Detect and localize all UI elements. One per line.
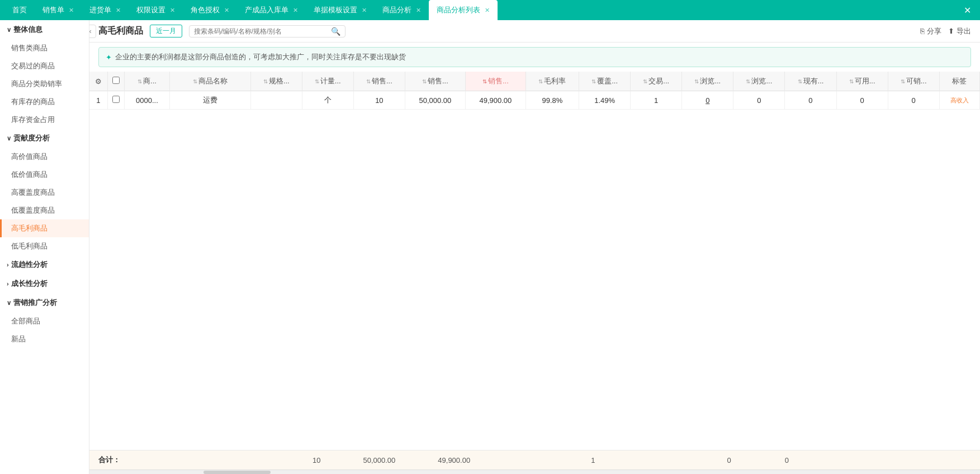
export-icon: ⬆: [948, 27, 954, 35]
sidebar-item-traded-goods[interactable]: 交易过的商品: [0, 57, 89, 75]
sidebar-item-low-coverage[interactable]: 低覆盖度商品: [0, 201, 89, 219]
col-transactions[interactable]: ⇅交易...: [631, 72, 682, 91]
sidebar-item-low-margin[interactable]: 低毛利商品: [0, 237, 89, 255]
footer-sales-qty: 10: [308, 456, 325, 464]
footer-sales-val: 49,900.00: [433, 456, 475, 464]
select-all-checkbox[interactable]: [112, 77, 120, 84]
sidebar: ∨ 整体信息 销售类商品 交易过的商品 商品分类助销率 有库存的商品 库存资金占…: [0, 20, 89, 474]
sidebar-collapse-button[interactable]: «: [89, 25, 96, 38]
nav-product-inbound[interactable]: 产成品入库单 ✕: [237, 0, 306, 20]
search-input[interactable]: [194, 27, 329, 35]
sidebar-section-marketing[interactable]: ∨ 营销推广分析: [0, 293, 89, 312]
cell-tag: 高收入: [939, 91, 979, 110]
col-stock-cur[interactable]: ⇅现有...: [785, 72, 836, 91]
footer-values: 10 50,000.00 49,900.00 1 0 0: [129, 456, 971, 464]
col-sales-qty[interactable]: ⇅销售...: [353, 72, 405, 91]
export-button[interactable]: ⬆ 导出: [948, 26, 971, 36]
sidebar-section-growth[interactable]: › 成长性分析: [0, 274, 89, 293]
sidebar-section-overall[interactable]: ∨ 整体信息: [0, 20, 89, 39]
chevron-right-icon: ›: [7, 261, 9, 268]
col-name[interactable]: ⇅商品名称: [170, 72, 250, 91]
horizontal-scrollbar[interactable]: [89, 470, 980, 474]
col-sales-amount[interactable]: ⇅销售...: [405, 72, 465, 91]
col-views2[interactable]: ⇅浏览...: [733, 72, 785, 91]
main-layout: ∨ 整体信息 销售类商品 交易过的商品 商品分类助销率 有库存的商品 库存资金占…: [0, 20, 980, 474]
col-settings[interactable]: ⚙: [89, 72, 107, 91]
nav-role-auth[interactable]: 角色授权 ✕: [183, 0, 237, 20]
nav-product-analysis-list[interactable]: 商品分析列表 ✕: [429, 0, 498, 20]
close-sales-order-icon[interactable]: ✕: [69, 7, 74, 14]
cell-stock-avail: 0: [836, 91, 888, 110]
sidebar-item-stocked-goods[interactable]: 有库存的商品: [0, 93, 89, 111]
search-icon[interactable]: 🔍: [331, 27, 340, 36]
nav-permission-settings[interactable]: 权限设置 ✕: [129, 0, 183, 20]
col-checkbox[interactable]: [107, 72, 124, 91]
sidebar-item-stock-funds[interactable]: 库存资金占用: [0, 111, 89, 129]
close-product-analysis-list-icon[interactable]: ✕: [485, 7, 490, 14]
col-coverage[interactable]: ⇅覆盖...: [579, 72, 631, 91]
nav-sales-order[interactable]: 销售单 ✕: [35, 0, 82, 20]
footer-transactions: 1: [586, 456, 599, 464]
cell-code: 0000...: [124, 91, 170, 110]
sidebar-section-trend[interactable]: › 流趋性分析: [0, 255, 89, 274]
sidebar-item-high-margin[interactable]: 高毛利商品: [0, 219, 89, 237]
cell-coverage: 1.49%: [579, 91, 631, 110]
table-footer: 合计： 10 50,000.00 49,900.00 1 0 0: [89, 450, 980, 470]
cell-views2: 0: [733, 91, 785, 110]
close-permission-icon[interactable]: ✕: [170, 7, 175, 14]
cell-sales-amount: 50,000.00: [405, 91, 465, 110]
col-sales-val[interactable]: ⇅销售...: [465, 72, 525, 91]
close-template-icon[interactable]: ✕: [362, 7, 367, 14]
sidebar-item-sales-goods[interactable]: 销售类商品: [0, 39, 89, 57]
sidebar-item-high-coverage[interactable]: 高覆盖度商品: [0, 184, 89, 201]
table-row: 1 0000... 运费 个 10 50,000.00 49,900.00 99…: [89, 91, 980, 110]
col-spec[interactable]: ⇅规格...: [250, 72, 302, 91]
footer-label: 合计：: [98, 455, 120, 465]
col-unit[interactable]: ⇅计量...: [302, 72, 353, 91]
chevron-down-icon-3: ∨: [7, 299, 11, 307]
col-gross-rate[interactable]: ⇅毛利率: [525, 72, 579, 91]
cell-stock-cur: 0: [785, 91, 836, 110]
close-product-analysis-icon[interactable]: ✕: [416, 7, 421, 14]
chevron-down-icon: ∨: [7, 26, 11, 34]
cell-transactions: 1: [631, 91, 682, 110]
nav-home[interactable]: 首页: [4, 0, 35, 20]
share-button[interactable]: ⎘ 分享: [920, 26, 941, 36]
info-icon: ✦: [106, 53, 112, 62]
scroll-thumb[interactable]: [203, 471, 271, 474]
cell-checkbox[interactable]: [107, 91, 124, 110]
close-product-inbound-icon[interactable]: ✕: [293, 7, 298, 14]
table-container: ⚙ ⇅商... ⇅商品名称 ⇅规格... ⇅计量... ⇅销售... ⇅销售..…: [89, 72, 980, 450]
sidebar-item-category-rate[interactable]: 商品分类助销率: [0, 75, 89, 93]
nav-purchase-order[interactable]: 进货单 ✕: [82, 0, 129, 20]
sidebar-item-new-goods[interactable]: 新品: [0, 330, 89, 348]
cell-views1[interactable]: 0: [682, 91, 733, 110]
col-views1[interactable]: ⇅浏览...: [682, 72, 733, 91]
col-stock-sale[interactable]: ⇅可销...: [888, 72, 939, 91]
col-stock-avail[interactable]: ⇅可用...: [836, 72, 888, 91]
sidebar-section-contribution[interactable]: ∨ 贡献度分析: [0, 129, 89, 148]
content-area: « 高毛利商品 近一月 🔍 ⎘ 分享 ⬆ 导出 ✦ 企业的主要的利润都是这部: [89, 20, 980, 474]
close-role-auth-icon[interactable]: ✕: [224, 7, 229, 14]
close-purchase-order-icon[interactable]: ✕: [116, 7, 121, 14]
table-header-row: ⚙ ⇅商... ⇅商品名称 ⇅规格... ⇅计量... ⇅销售... ⇅销售..…: [89, 72, 980, 91]
sidebar-item-high-value[interactable]: 高价值商品: [0, 148, 89, 166]
chevron-right-icon-2: ›: [7, 280, 9, 287]
footer-stock-cur: 0: [722, 456, 735, 464]
cell-sales-qty: 10: [353, 91, 405, 110]
top-nav: 首页 销售单 ✕ 进货单 ✕ 权限设置 ✕ 角色授权 ✕ 产成品入库单 ✕ 单据…: [0, 0, 980, 20]
nav-template-settings[interactable]: 单据模板设置 ✕: [306, 0, 375, 20]
header-actions: ⎘ 分享 ⬆ 导出: [920, 26, 971, 36]
window-close-button[interactable]: ✕: [959, 5, 976, 16]
sidebar-item-low-value[interactable]: 低价值商品: [0, 166, 89, 184]
col-tag[interactable]: 标签: [939, 72, 979, 91]
nav-product-analysis[interactable]: 商品分析 ✕: [375, 0, 429, 20]
col-code[interactable]: ⇅商...: [124, 72, 170, 91]
period-button[interactable]: 近一月: [150, 25, 182, 37]
sidebar-item-all-goods[interactable]: 全部商品: [0, 312, 89, 330]
cell-seq: 1: [89, 91, 107, 110]
cell-sales-val: 49,900.00: [465, 91, 525, 110]
cell-spec: [250, 91, 302, 110]
cell-stock-sale: 0: [888, 91, 939, 110]
row-checkbox[interactable]: [112, 96, 120, 103]
